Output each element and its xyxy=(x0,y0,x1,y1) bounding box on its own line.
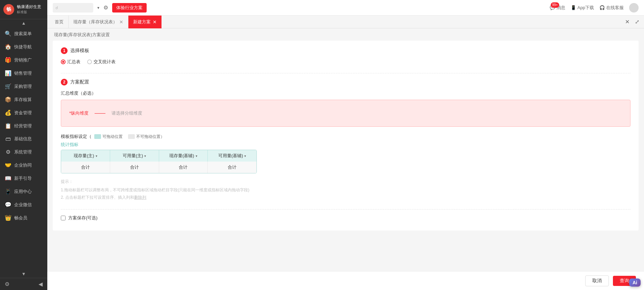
tab-inventory-status[interactable]: 现存量（库存状况表） ✕ xyxy=(69,16,128,28)
cancel-button[interactable]: 取消 xyxy=(585,275,609,286)
page-title: 现存量(库存状况表)方案设置 xyxy=(47,28,644,41)
header-gear-button[interactable]: ⚙ xyxy=(103,4,108,11)
legend-drag: 可拖动位置 xyxy=(94,134,123,140)
dimension-dash: —— xyxy=(95,110,105,116)
wechat-icon: 💬 xyxy=(5,201,11,208)
sidebar-item-label: 经营管理 xyxy=(14,123,32,129)
chevron-col1: ▾ xyxy=(96,154,97,158)
panel-close-button[interactable]: ✕ xyxy=(623,18,631,26)
save-checkbox[interactable] xyxy=(61,216,66,220)
radio-cross[interactable]: 交叉统计表 xyxy=(87,59,116,65)
sidebar-item-app-center[interactable]: 📱 应用中心 xyxy=(0,185,47,198)
quick-nav-icon: 🏠 xyxy=(5,44,11,50)
app-download-label: App下载 xyxy=(577,5,594,11)
stats-body-col3: 合计 xyxy=(159,162,208,173)
sidebar-scroll-down[interactable]: ▼ xyxy=(0,270,47,278)
sidebar-collapse-button[interactable]: ◀ xyxy=(39,281,43,287)
sidebar-logo: 畅 畅康通好生意 标准版 xyxy=(0,0,47,19)
nodrag-color-box xyxy=(128,134,135,139)
sidebar-item-label: 企业微信 xyxy=(14,202,32,208)
purchase-icon: 🛒 xyxy=(5,83,11,90)
message-icon: 💬 99+ xyxy=(550,5,555,10)
message-badge: 99+ xyxy=(551,2,559,8)
tab-new-plan[interactable]: 新建方案 ✕ xyxy=(128,16,162,28)
indicators-label: 模板指标设定（ 可拖动位置 不可拖动位置） xyxy=(61,134,630,140)
chevron-col3: ▾ xyxy=(196,154,197,158)
sidebar-item-purchase[interactable]: 🛒 采购管理 xyxy=(0,80,47,93)
system-icon: ⚙ xyxy=(5,149,11,155)
stats-body-col2: 合计 xyxy=(110,162,159,173)
online-service-link[interactable]: 🎧 在线客服 xyxy=(599,5,624,11)
sidebar-settings-button[interactable]: ⚙ xyxy=(5,281,9,287)
panel-expand-button[interactable]: ⤢ xyxy=(633,18,641,26)
stats-table: 现存量(主) ▾ 可用量(主) ▾ 现存量(基辅) ▾ xyxy=(61,150,257,173)
stats-table-label: 统计指标 xyxy=(61,142,630,148)
sidebar-item-cooperation[interactable]: 🤝 企业协同 xyxy=(0,159,47,172)
stats-header-col1[interactable]: 现存量(主) ▾ xyxy=(61,150,110,162)
sidebar-item-sales[interactable]: 📊 销售管理 xyxy=(0,67,47,80)
sidebar-item-label: 企业协同 xyxy=(14,162,32,168)
header-right: 💬 99+ 消息 📱 App下载 🎧 在线客服 xyxy=(550,3,639,13)
sidebar-item-label: 新手引导 xyxy=(14,175,32,182)
tab-new-close[interactable]: ✕ xyxy=(153,20,157,24)
sidebar-item-wechat[interactable]: 💬 企业微信 xyxy=(0,198,47,211)
sidebar-item-label: 营销推广 xyxy=(14,57,32,63)
industry-plan-button[interactable]: 体验行业方案 xyxy=(112,3,147,13)
sidebar-item-search-menu[interactable]: 🔍 搜索菜单 xyxy=(0,27,47,40)
sidebar-item-label: 畅会员 xyxy=(14,215,27,221)
sidebar: 畅 畅康通好生意 标准版 ▲ 🔍 搜索菜单 🏠 快捷导航 🎁 营销推广 📊 销售… xyxy=(0,0,47,290)
sidebar-item-basic-info[interactable]: 🗃 基础信息 xyxy=(0,132,47,145)
sidebar-item-member[interactable]: 👑 畅会员 xyxy=(0,211,47,224)
step1-num: 1 xyxy=(61,47,68,54)
sidebar-item-newbie[interactable]: 📖 新手引导 xyxy=(0,172,47,185)
tips-line2: 2. 点击标题栏下拉可设置排序、插入列和删除列 xyxy=(61,194,630,201)
stats-header-col3[interactable]: 现存量(基辅) ▾ xyxy=(159,150,208,162)
sidebar-nav: 🔍 搜索菜单 🏠 快捷导航 🎁 营销推广 📊 销售管理 🛒 采购管理 📦 库存核… xyxy=(0,27,47,270)
member-icon: 👑 xyxy=(5,215,11,221)
save-option: 方案保存(可选) xyxy=(61,209,630,224)
sidebar-scroll-up[interactable]: ▲ xyxy=(0,19,47,27)
step1-section: 1 选择模板 汇总表 交叉统计表 xyxy=(61,47,630,65)
user-avatar[interactable] xyxy=(629,3,639,13)
tab-home[interactable]: 首页 xyxy=(50,16,69,28)
step2-section: 2 方案配置 汇总维度（必选） *纵向维度 —— 请选择分组维度 模板指标设定（ xyxy=(61,79,630,201)
sidebar-item-label: 资金管理 xyxy=(14,110,32,116)
sidebar-item-marketing[interactable]: 🎁 营销推广 xyxy=(0,53,47,67)
tips-section: 提示： 1.拖动标题栏可以调整布局，不可跨维度或指标区域拖动栏目字段(只能在同一… xyxy=(61,179,630,201)
tabs-bar: 首页 现存量（库存状况表） ✕ 新建方案 ✕ ✕ ⤢ xyxy=(47,16,644,28)
search-menu-icon: 🔍 xyxy=(5,30,11,37)
legend-nodrag-label: 不可拖动位置） xyxy=(136,134,165,140)
sidebar-item-quick-nav[interactable]: 🏠 快捷导航 xyxy=(0,40,47,53)
sidebar-item-label: 基础信息 xyxy=(14,136,32,142)
header-search-box[interactable]: ☌ xyxy=(53,3,93,13)
stats-body-col4: 合计 xyxy=(208,162,256,173)
inventory-icon: 📦 xyxy=(5,96,11,103)
sidebar-item-operations[interactable]: 📋 经营管理 xyxy=(0,119,47,132)
step2-title: 方案配置 xyxy=(70,79,89,85)
tab-new-label: 新建方案 xyxy=(133,19,151,25)
online-service-label: 在线客服 xyxy=(606,5,624,11)
sidebar-item-system[interactable]: ⚙ 系统管理 xyxy=(0,145,47,159)
chevron-col2: ▾ xyxy=(144,154,146,158)
step2-num: 2 xyxy=(61,79,68,86)
sidebar-item-finance[interactable]: 💰 资金管理 xyxy=(0,106,47,119)
message-center[interactable]: 💬 99+ 消息 xyxy=(550,5,565,11)
app-name: 畅康通好生意 标准版 xyxy=(17,4,41,15)
ai-float-button[interactable]: Ai xyxy=(629,279,641,287)
stats-header-col2[interactable]: 可用量(主) ▾ xyxy=(110,150,159,162)
sidebar-item-inventory[interactable]: 📦 库存核算 xyxy=(0,93,47,106)
tab-inventory-label: 现存量（库存状况表） xyxy=(73,19,117,25)
radio-summary[interactable]: 汇总表 xyxy=(61,59,80,65)
sales-icon: 📊 xyxy=(5,70,11,76)
app-download-link[interactable]: 📱 App下载 xyxy=(571,5,594,11)
stats-header-col4[interactable]: 可用量(基辅) ▾ xyxy=(208,150,256,162)
legend-nodrag: 不可拖动位置） xyxy=(128,134,165,140)
tab-inventory-close[interactable]: ✕ xyxy=(119,20,123,24)
sidebar-item-label: 搜索菜单 xyxy=(14,31,32,37)
dimension-label: 汇总维度（必选） xyxy=(61,90,630,96)
tips-delete-link[interactable]: 删除列 xyxy=(134,195,146,200)
newbie-icon: 📖 xyxy=(5,175,11,182)
stats-body-col1: 合计 xyxy=(61,162,110,173)
header-dropdown-button[interactable]: ▾ xyxy=(97,5,99,10)
main-area: ☌ ▾ ⚙ 体验行业方案 💬 99+ 消息 📱 App下载 🎧 在线客服 xyxy=(47,0,644,290)
